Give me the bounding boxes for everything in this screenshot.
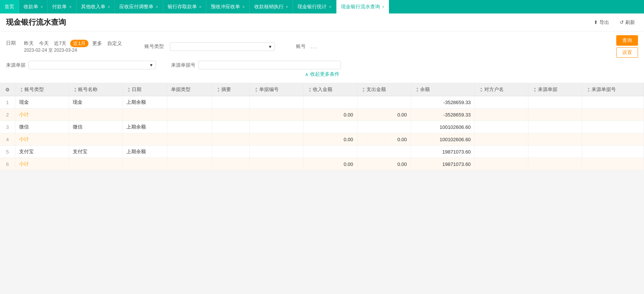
account-name-cell: 现金 [69, 96, 122, 109]
col-date-label: 日期 [132, 87, 141, 92]
header-actions: ⬆ 导出 ↺ 刷新 [591, 18, 638, 27]
date-option-7days[interactable]: 近7天 [53, 40, 68, 47]
account-name-cell [69, 109, 122, 121]
collapse-bar[interactable]: ∧ 收起更多条件 [6, 69, 638, 79]
filter-row-date: 日期 昨天 今天 近7天 近1月 更多 自定义 2023-02-24 至 202… [6, 35, 638, 58]
nav-tab-bank-deposit[interactable]: 银行存取款单 × [163, 0, 206, 13]
nav-tab-cash-stat[interactable]: 现金银行统计 × [293, 0, 336, 13]
col-expense-label: 支出金额 [366, 87, 386, 92]
nav-tab-prepay-close[interactable]: × [242, 4, 245, 9]
date-option-more[interactable]: 更多 [91, 40, 104, 47]
nav-tab-home[interactable]: 首页 [0, 0, 19, 13]
account-type-label: 账号类型 [144, 43, 167, 50]
col-date: ▲▼ 日期 [122, 83, 167, 96]
date-cell [122, 109, 167, 121]
account-type-cell: 微信 [15, 121, 69, 133]
nav-tab-payment[interactable]: 付款单 × [48, 0, 76, 13]
source-doc-cell [528, 133, 582, 146]
account-name-cell [69, 133, 122, 146]
table-header-row: ⚙ ▲▼ 账号类型 ▲▼ 账号名称 ▲▼ 日期 单据类型 ▲ [0, 83, 644, 96]
doc-no-cell [250, 158, 303, 170]
account-label: 账号 [296, 43, 307, 50]
expense-cell [357, 146, 411, 158]
nav-tab-write-off-close[interactable]: × [286, 4, 288, 9]
doc-type-cell [167, 158, 212, 170]
nav-tab-bank-deposit-close[interactable]: × [199, 4, 201, 9]
account-more-button[interactable]: ... [310, 43, 317, 50]
expense-cell: 0.00 [357, 133, 411, 146]
nav-tab-ar-ap-adj-close[interactable]: × [156, 4, 158, 9]
income-cell: 0.00 [303, 109, 357, 121]
table-row: 3微信微信上期余额100102606.60 [0, 121, 644, 133]
nav-tab-other-income-close[interactable]: × [108, 4, 110, 9]
nav-tab-receipt[interactable]: 收款单 × [19, 0, 48, 13]
collapse-label: 收起更多条件 [310, 71, 339, 78]
date-option-custom[interactable]: 自定义 [106, 40, 123, 47]
col-doc-no-label: 单据编号 [259, 87, 279, 92]
nav-tab-receipt-label: 收款单 [24, 3, 38, 10]
source-doc-cell [528, 109, 582, 121]
account-name-cell [69, 158, 122, 170]
row-num-cell: 4 [0, 133, 15, 146]
account-type-select[interactable]: ▾ [170, 42, 275, 51]
setting-button[interactable]: 设置 [616, 47, 638, 58]
nav-tab-other-income[interactable]: 其他收入单 × [77, 0, 115, 13]
date-cell: 上期余额 [122, 96, 167, 109]
summary-cell [212, 133, 250, 146]
nav-tab-prepay[interactable]: 预收冲应收单 × [206, 0, 249, 13]
date-cell: 上期余额 [122, 146, 167, 158]
export-label: 导出 [599, 19, 609, 26]
date-option-today[interactable]: 今天 [38, 40, 50, 47]
source-doc-label: 来源单据 [6, 62, 26, 69]
filter-area: 日期 昨天 今天 近7天 近1月 更多 自定义 2023-02-24 至 202… [0, 31, 644, 83]
nav-tab-write-off[interactable]: 收款核销执行 × [250, 0, 293, 13]
income-cell [303, 146, 357, 158]
nav-tab-cash-flow-close[interactable]: × [382, 4, 384, 9]
filter-source-row: 来源单据 ▾ 来源单据号 [6, 61, 638, 69]
doc-type-cell [167, 146, 212, 158]
col-account-name: ▲▼ 账号名称 [69, 83, 122, 96]
query-button[interactable]: 查询 [616, 35, 638, 46]
income-cell [303, 121, 357, 133]
nav-tab-prepay-label: 预收冲应收单 [211, 3, 240, 10]
source-doc-select[interactable]: ▾ [29, 61, 156, 69]
export-button[interactable]: ⬆ 导出 [591, 18, 612, 27]
nav-tab-receipt-close[interactable]: × [41, 4, 43, 9]
expense-cell: 0.00 [357, 109, 411, 121]
nav-tab-cash-flow[interactable]: 现金银行流水查询 × [336, 0, 389, 13]
income-cell [303, 96, 357, 109]
date-cell [122, 158, 167, 170]
income-cell: 0.00 [303, 158, 357, 170]
source-doc-no-cell [582, 146, 644, 158]
source-doc-no-input[interactable] [198, 61, 341, 69]
nav-tab-payment-close[interactable]: × [69, 4, 71, 9]
col-counterpart-label: 对方户名 [484, 87, 504, 92]
row-num-cell: 5 [0, 146, 15, 158]
date-option-yesterday[interactable]: 昨天 [23, 40, 35, 47]
doc-no-cell [250, 109, 303, 121]
income-cell: 0.00 [303, 133, 357, 146]
nav-tab-cash-stat-close[interactable]: × [329, 4, 331, 9]
summary-cell [212, 121, 250, 133]
source-doc-no-cell [582, 96, 644, 109]
counterpart-cell [475, 158, 528, 170]
account-type-cell: 小计 [15, 109, 69, 121]
counterpart-cell [475, 146, 528, 158]
date-option-1month[interactable]: 近1月 [70, 40, 89, 47]
nav-tab-ar-ap-adj[interactable]: 应收应付调整单 × [115, 0, 163, 13]
doc-no-cell [250, 96, 303, 109]
gear-icon[interactable]: ⚙ [5, 87, 10, 93]
summary-cell [212, 109, 250, 121]
col-source-doc-no: ▲▼ 来源单据号 [582, 83, 644, 96]
nav-tab-payment-label: 付款单 [52, 3, 67, 10]
doc-type-cell [167, 109, 212, 121]
collapse-up-icon: ∧ [305, 72, 309, 77]
source-doc-no-cell [582, 109, 644, 121]
refresh-label: 刷新 [625, 19, 635, 26]
col-summary-label: 摘要 [221, 87, 231, 92]
refresh-button[interactable]: ↺ 刷新 [617, 18, 638, 27]
source-doc-no-cell [582, 158, 644, 170]
nav-tab-cash-flow-label: 现金银行流水查询 [341, 3, 380, 10]
source-doc-cell [528, 146, 582, 158]
col-gear: ⚙ [0, 83, 15, 96]
